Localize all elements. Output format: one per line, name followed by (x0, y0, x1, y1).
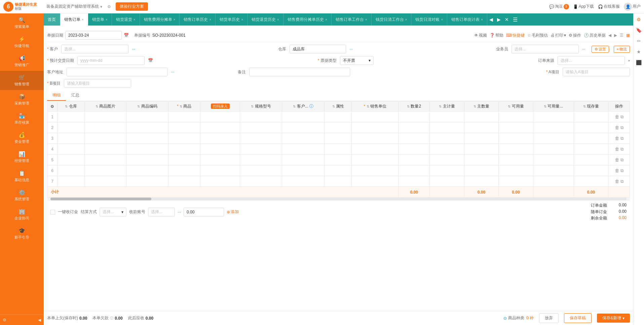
tab-sales-return[interactable]: 销货单 × (88, 13, 112, 26)
sidebar-item-sales[interactable]: 🛒 销售管理 (0, 71, 44, 90)
settings-icon[interactable]: ⚙ (105, 3, 113, 11)
row-5-code[interactable] (126, 155, 168, 165)
row-4-code[interactable] (126, 144, 168, 155)
one-click-checkbox[interactable] (50, 210, 55, 214)
row-5-product[interactable] (168, 155, 200, 165)
row-2-code[interactable] (126, 122, 168, 133)
row-3-spec[interactable] (240, 133, 282, 144)
right-icon-scan[interactable]: ⬛ (634, 58, 644, 67)
col-product[interactable]: ⇅ 商品 (168, 101, 200, 112)
col-main-unit[interactable]: ⇅ 主计量 (430, 101, 464, 112)
a-project-input[interactable] (563, 68, 630, 76)
row-3-image[interactable] (84, 133, 126, 144)
row-1-available[interactable] (499, 112, 533, 122)
operations-btn[interactable]: ⚙操作 (569, 33, 581, 38)
col-scan[interactable]: 扫码录入 (200, 101, 240, 112)
sidebar-item-enterprise[interactable]: 🏢 企业协同 (0, 205, 44, 224)
right-icon-star[interactable]: ★ (634, 47, 644, 56)
row-7-code[interactable] (126, 176, 168, 187)
right-icon-edit[interactable]: ✏ (634, 36, 644, 46)
row-5-attribute[interactable] (325, 155, 352, 165)
row-4-main-qty[interactable] (464, 144, 499, 155)
row-4-image[interactable] (84, 144, 126, 155)
row-5-main-unit[interactable] (430, 155, 464, 165)
row-5-scan[interactable] (200, 155, 240, 165)
salesperson-input[interactable] (512, 45, 579, 53)
col-sales-unit[interactable]: ⇅ 销售单位 (352, 101, 399, 112)
row-3-stock[interactable] (574, 133, 608, 144)
row-7-copy-icon[interactable]: ⧉ (620, 179, 623, 184)
sidebar-settings-icon[interactable]: ⚙ (3, 318, 6, 322)
row-3-quantity2[interactable] (399, 133, 430, 144)
row-3-customer-code[interactable] (282, 133, 325, 144)
online-service-btn[interactable]: 🎧 在线客服 (598, 4, 620, 9)
col-available2[interactable]: ⇅ 可用量... (533, 101, 574, 112)
row-4-stock[interactable] (574, 144, 608, 155)
shortcuts-btn[interactable]: ⌨快捷键 (506, 33, 525, 38)
row-6-quantity2[interactable] (399, 165, 430, 176)
discard-button[interactable]: 放弃 (539, 313, 559, 323)
row-1-sales-unit[interactable] (352, 112, 399, 122)
sidebar-item-operations[interactable]: 📊 经营管理 (0, 148, 44, 167)
row-7-main-unit[interactable] (430, 176, 464, 187)
row-7-quantity2[interactable] (399, 176, 430, 187)
row-6-sales-unit[interactable] (352, 165, 399, 176)
sidebar-item-guide[interactable]: 🎓 新手引导 (0, 224, 44, 243)
date-input[interactable] (65, 31, 122, 40)
row-3-delete-icon[interactable]: 🗑 (615, 136, 619, 141)
row-4-product[interactable] (168, 144, 200, 155)
row-7-scan[interactable] (200, 176, 240, 187)
row-6-spec[interactable] (240, 165, 282, 176)
row-5-stock[interactable] (574, 155, 608, 165)
tab-sales-fee[interactable]: 销售费用分摊单 × (140, 13, 180, 26)
row-2-delete-icon[interactable]: 🗑 (615, 125, 619, 130)
tab-sales-workbench[interactable]: 销售订单工作台 × (332, 13, 372, 26)
row-4-delete-icon[interactable]: 🗑 (615, 147, 619, 152)
row-4-scan[interactable] (200, 144, 240, 155)
view-btn[interactable]: 👁视频 (474, 33, 487, 38)
row-6-product[interactable] (168, 165, 200, 176)
delivery-date-input[interactable] (77, 56, 145, 65)
col-code[interactable]: ⇅ 商品编码 (126, 101, 168, 112)
order-source-input[interactable] (558, 56, 625, 65)
row-2-product[interactable] (168, 122, 200, 133)
row-4-spec[interactable] (240, 144, 282, 155)
settings-btn[interactable]: ⚙设置 (592, 46, 609, 53)
row-5-delete-icon[interactable]: 🗑 (615, 157, 619, 163)
row-7-customer-code[interactable] (282, 176, 325, 187)
sidebar-item-system[interactable]: ⚙️ 系统管理 (0, 186, 44, 205)
row-6-main-qty[interactable] (464, 165, 499, 176)
tab-refund-history[interactable]: 销货退货历史 × (248, 13, 283, 26)
row-5-copy-icon[interactable]: ⧉ (620, 157, 623, 163)
delivery-date-calendar-icon[interactable]: 📅 (148, 58, 153, 63)
row-5-main-qty[interactable] (464, 155, 499, 165)
row-1-available2[interactable] (533, 112, 574, 122)
profit-btn[interactable]: ☆毛利预估 (527, 33, 548, 38)
warehouse-input[interactable] (290, 45, 346, 53)
row-3-scan[interactable] (200, 133, 240, 144)
row-7-stock[interactable] (574, 176, 608, 187)
row-6-code[interactable] (126, 165, 168, 176)
sidebar-item-quicknav[interactable]: ⚡ 快捷导航 (0, 33, 44, 52)
col-quantity2[interactable]: ⇅ 数量2 (399, 101, 430, 112)
row-1-main-qty[interactable] (464, 112, 499, 122)
row-1-image[interactable] (84, 112, 126, 122)
col-main-qty[interactable]: ⇅ 主数量 (464, 101, 499, 112)
row-4-customer-code[interactable] (282, 144, 325, 155)
print-btn[interactable]: 🖨打印 ▾ (551, 33, 566, 38)
row-1-warehouse[interactable] (58, 112, 85, 122)
sidebar-item-purchase[interactable]: 📦 采购管理 (0, 90, 44, 109)
row-3-copy-icon[interactable]: ⧉ (620, 136, 623, 141)
tab-sales-history[interactable]: 销售订单历史 × (180, 13, 216, 26)
row-5-available[interactable] (499, 155, 533, 165)
row-7-spec[interactable] (240, 176, 282, 187)
settlement-select[interactable]: 选择... ▾ (100, 208, 126, 216)
row-6-available[interactable] (499, 165, 533, 176)
row-1-spec[interactable] (240, 112, 282, 122)
row-5-customer-code[interactable] (282, 155, 325, 165)
row-6-image[interactable] (84, 165, 126, 176)
row-1-customer-code[interactable] (282, 112, 325, 122)
col-settings[interactable]: ⚙ (47, 101, 58, 112)
right-icon-settings[interactable]: ⚙ (634, 15, 644, 24)
row-2-stock[interactable] (574, 122, 608, 133)
